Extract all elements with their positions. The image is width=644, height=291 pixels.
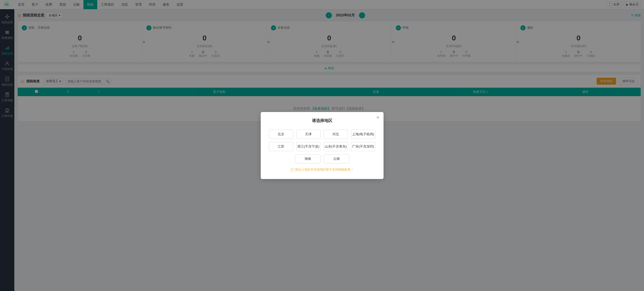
region-grid-row2: 江苏 浙江(不含宁波) 山东(不含青岛) 广东(不含深圳) bbox=[269, 142, 375, 151]
warning-label: 除以上地区外其他地区暂不支持报税检查！ bbox=[295, 167, 354, 172]
info-icon: ! bbox=[291, 168, 294, 172]
region-btn-hainan[interactable]: 海南 bbox=[295, 154, 321, 163]
region-btn-yunnan[interactable]: 云南 bbox=[324, 154, 349, 163]
region-btn-shandong[interactable]: 山东(不含青岛) bbox=[324, 142, 348, 151]
region-btn-hebei[interactable]: 河北 bbox=[324, 130, 348, 139]
region-btn-guangdong[interactable]: 广东(不含深圳) bbox=[351, 142, 375, 151]
region-grid-row3: 海南 云南 bbox=[269, 154, 375, 163]
modal-close-button[interactable]: ✕ bbox=[376, 115, 379, 120]
region-grid-row1: 北京 天津 河北 上海(电子税局) bbox=[269, 130, 375, 139]
region-select-modal: ✕ 请选择地区 北京 天津 河北 上海(电子税局) 江苏 浙江(不含宁波) 山东… bbox=[261, 112, 384, 179]
region-btn-zhejiang[interactable]: 浙江(不含宁波) bbox=[296, 142, 321, 151]
region-btn-shanghai[interactable]: 上海(电子税局) bbox=[351, 130, 375, 139]
modal-title: 请选择地区 bbox=[269, 118, 375, 124]
region-btn-tianjin[interactable]: 天津 bbox=[296, 130, 321, 139]
region-btn-jiangsu[interactable]: 江苏 bbox=[269, 142, 293, 151]
region-btn-beijing[interactable]: 北京 bbox=[269, 130, 293, 139]
warning-text: ! 除以上地区外其他地区暂不支持报税检查！ bbox=[269, 167, 375, 172]
modal-overlay[interactable]: ✕ 请选择地区 北京 天津 河北 上海(电子税局) 江苏 浙江(不含宁波) 山东… bbox=[0, 0, 644, 291]
